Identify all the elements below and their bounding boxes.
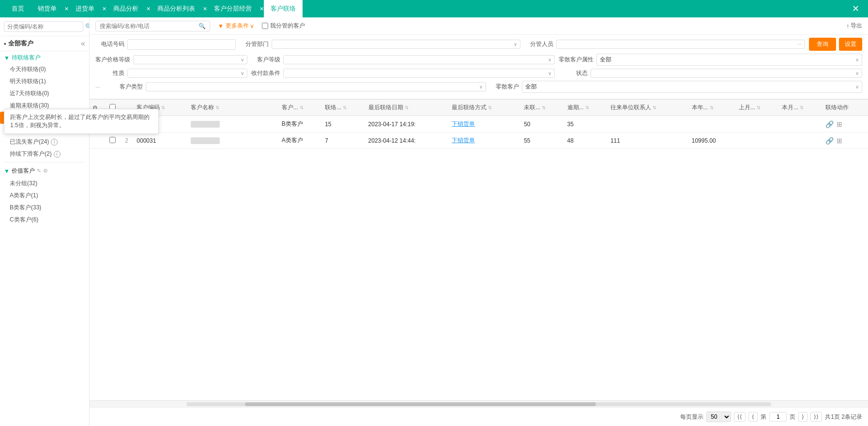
sidebar-all-customers[interactable]: 全部客户	[8, 39, 81, 48]
sidebar-settings-icon[interactable]: ⚙	[43, 168, 48, 174]
sidebar-item-7days[interactable]: 近7天待联络(0)	[0, 88, 89, 100]
filter-status-select[interactable]: ∨	[591, 69, 862, 78]
sidebar-value-title[interactable]: ▼ 价值客户 ✎ ⚙	[0, 164, 89, 177]
table-row: 1 000039 B类客户 15 2023-04-17 14:19: 下销货单 …	[90, 116, 868, 132]
scrollbar-thumb[interactable]	[245, 402, 596, 406]
filter-expand-dots[interactable]: ···	[95, 84, 100, 90]
filter-phone-input[interactable]	[127, 39, 236, 50]
sidebar-item-tomorrow[interactable]: 明天待联络(1)	[0, 75, 89, 88]
sidebar-edit-icon[interactable]: ✎	[37, 168, 41, 174]
nav-product-analysis-list[interactable]: 商品分析列表	[151, 0, 202, 17]
filter-payment-select[interactable]: ∨	[283, 69, 555, 78]
nav-purchase-close[interactable]: ✕	[102, 6, 107, 12]
sidebar-item-declining[interactable]: 持续下滑客户(2) i	[0, 148, 89, 160]
row1-link-icon[interactable]: 🔗	[825, 120, 834, 128]
query-button[interactable]: 查询	[809, 38, 836, 51]
info-icon-2[interactable]: i	[51, 139, 58, 146]
window-close-button[interactable]: ✕	[848, 3, 863, 14]
scrollbar-track[interactable]	[186, 402, 771, 406]
sidebar-pending-contact-title[interactable]: ▼ 待联络客户	[0, 51, 89, 63]
my-customers-checkbox[interactable]	[262, 23, 268, 29]
nav-product-analysis-close[interactable]: ✕	[146, 6, 151, 12]
current-page-input[interactable]	[769, 412, 787, 422]
nav-customer-segmentation-close[interactable]: ✕	[259, 6, 264, 12]
table-header-last-contact-date[interactable]: 最后联络日期 ⇅	[365, 100, 449, 116]
toolbar-search-icon[interactable]: 🔍	[198, 23, 206, 29]
nav-customer-contact-close[interactable]: ✕	[304, 6, 308, 12]
filter-retail-attr-select[interactable]: 全部 ∨	[596, 54, 862, 66]
row1-this-year	[689, 116, 736, 132]
row1-contact-method-link[interactable]: 下销货单	[452, 120, 475, 127]
table-header-last-month[interactable]: 上月... ⇅	[736, 100, 779, 116]
more-conditions-button[interactable]: ▼ 更多条件 ∨	[214, 20, 258, 31]
info-icon-3[interactable]: i	[54, 151, 61, 158]
sidebar-value-ungrouped[interactable]: 未分组(32)	[0, 177, 89, 190]
nav-sales[interactable]: 销货单	[31, 0, 63, 17]
nav-product-analysis-list-close[interactable]: ✕	[203, 6, 207, 12]
row1-unit-contact	[608, 116, 689, 132]
table-header-not-contact[interactable]: 未联... ⇅	[521, 100, 564, 116]
row1-grid-icon[interactable]: ⊞	[837, 120, 842, 128]
table-header-this-year[interactable]: 本年... ⇅	[689, 100, 736, 116]
sidebar-value-a-class[interactable]: A类客户(1)	[0, 190, 89, 202]
filter-price-grade-select[interactable]: ∨	[133, 55, 247, 64]
content-area: 🔍 ▼ 更多条件 ∨ 我分管的客户 ↑ 导出 电话号码	[90, 17, 868, 426]
row1-this-month	[779, 116, 822, 132]
settings-button[interactable]: 设置	[839, 38, 862, 51]
table-header-last-contact-method[interactable]: 最后联络方式 ⇅	[449, 100, 521, 116]
row1-last-contact-method[interactable]: 下销货单	[449, 116, 521, 132]
customer-grade-chevron-icon: ∨	[548, 57, 551, 62]
row2-checkbox-cell[interactable]	[105, 132, 120, 149]
sidebar-search-input[interactable]	[4, 21, 83, 32]
nav-purchase[interactable]: 进货单	[69, 0, 101, 17]
table-header-contact[interactable]: 联络... ⇅	[322, 100, 365, 116]
table-header-this-month[interactable]: 本月... ⇅	[779, 100, 822, 116]
nav-home[interactable]: 首页	[5, 0, 31, 17]
filter-retail-customer-select[interactable]: 全部 ∨	[522, 81, 862, 93]
sidebar-value-c-class[interactable]: C类客户(6)	[0, 214, 89, 226]
filter-price-grade-label: 客户价格等级	[95, 56, 130, 64]
row2-checkbox[interactable]	[109, 137, 116, 143]
sidebar-collapse-icon[interactable]: «	[81, 39, 85, 48]
customer-type-chevron-icon: ∨	[479, 84, 483, 89]
per-page-select[interactable]: 50 100 200	[706, 411, 731, 422]
first-page-button[interactable]: ⟨⟨	[734, 412, 746, 422]
horizontal-scrollbar[interactable]	[90, 400, 868, 407]
sidebar-search-icon[interactable]: 🔍	[85, 23, 90, 30]
table-header-unit-contact[interactable]: 往来单位联系人 ⇅	[608, 100, 689, 116]
table-header-customer-type[interactable]: 客户... ⇅	[279, 100, 322, 116]
filter-customer-type-select[interactable]: ∨	[146, 82, 486, 91]
export-button[interactable]: ↑ 导出	[846, 22, 862, 30]
search-input[interactable]	[100, 23, 197, 29]
row2-contact-method-link[interactable]: 下销货单	[452, 137, 475, 144]
sidebar-value-b-class[interactable]: B类客户(33)	[0, 202, 89, 214]
nav-product-analysis[interactable]: 商品分析	[107, 0, 145, 17]
last-page-button[interactable]: ⟩⟩	[810, 412, 822, 422]
filter-gender-select[interactable]: ∨	[127, 69, 247, 78]
code-sort-icon: ⇅	[161, 105, 165, 110]
filter-dept-select[interactable]: ∨	[272, 40, 520, 49]
nav-customer-contact[interactable]: 客户联络	[264, 0, 303, 17]
row2-action-cell: 🔗 ⊞	[825, 137, 865, 145]
row2-link-icon[interactable]: 🔗	[825, 137, 834, 145]
filter-retail-customer-label: 零散客户	[490, 83, 519, 91]
table-header-overdue[interactable]: 逾期... ⇅	[564, 100, 608, 116]
sidebar-item-today[interactable]: 今天待联络(0)	[0, 63, 89, 75]
prev-page-button[interactable]: ⟨	[748, 412, 758, 422]
next-page-button[interactable]: ⟩	[798, 412, 807, 422]
row1-action-cell: 🔗 ⊞	[825, 120, 865, 128]
filter-customer-grade-select[interactable]: ∨	[283, 55, 555, 64]
row2-last-contact-date: 2023-04-12 14:44:	[365, 132, 449, 149]
pagination-bar: 每页显示 50 100 200 ⟨⟨ ⟨ 第 页 ⟩ ⟩⟩ 共1页 2条记录	[90, 407, 868, 426]
sidebar-item-churned[interactable]: 已流失客户(24) i	[0, 136, 89, 148]
nav-customer-segmentation[interactable]: 客户分层经营	[207, 0, 259, 17]
filter-gender: 性质 ∨	[95, 69, 247, 78]
table-header-name[interactable]: 客户名称 ⇅	[188, 100, 279, 116]
filter-person: 分管人员 ···	[524, 40, 805, 49]
row2-grid-icon[interactable]: ⊞	[837, 137, 842, 145]
contact-sort-icon: ⇅	[343, 105, 347, 110]
filter-person-select[interactable]: ···	[556, 40, 805, 49]
nav-sales-close[interactable]: ✕	[64, 6, 69, 12]
row2-last-contact-method[interactable]: 下销货单	[449, 132, 521, 149]
page-suffix-label: 页	[790, 413, 795, 421]
